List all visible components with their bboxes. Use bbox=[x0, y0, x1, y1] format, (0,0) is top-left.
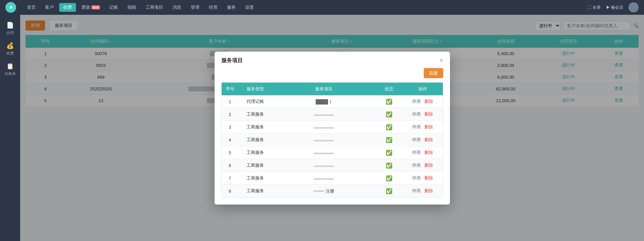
modal-cell-action: 停用 删除 bbox=[403, 95, 443, 108]
avatar[interactable] bbox=[629, 2, 639, 12]
stop-button[interactable]: 停用 bbox=[412, 137, 421, 142]
modal-cell-action: 停用 删除 bbox=[403, 159, 443, 172]
delete-button[interactable]: 删除 bbox=[424, 188, 433, 193]
modal-cell-type: 工商服务 bbox=[238, 172, 272, 185]
sidebar-item-reconcile-label: 对账单 bbox=[5, 71, 16, 76]
status-check-icon: ✅ bbox=[386, 162, 392, 168]
modal-cell-item bbox=[272, 108, 376, 121]
sidebar-item-fees[interactable]: 💰 收费 bbox=[1, 39, 19, 58]
stop-button[interactable]: 停用 bbox=[412, 188, 421, 193]
status-check-icon: ✅ bbox=[386, 175, 392, 181]
modal-table-row: 2 工商服务 ✅ 停用 删除 bbox=[222, 108, 443, 121]
modal-cell-type: 工商服务 bbox=[238, 133, 272, 146]
modal-cell-type: 工商服务 bbox=[238, 146, 272, 159]
modal-cell-status: ✅ bbox=[376, 185, 403, 197]
contract-icon: 📄 bbox=[6, 22, 14, 29]
modal-cell-type: 工商服务 bbox=[238, 108, 272, 121]
nav-item-ops[interactable]: 经营 bbox=[205, 3, 222, 12]
delete-button[interactable]: 删除 bbox=[424, 175, 433, 180]
delete-button[interactable]: 删除 bbox=[424, 124, 433, 129]
modal-cell-status: ✅ bbox=[376, 121, 403, 133]
delete-button[interactable]: 删除 bbox=[424, 150, 433, 155]
sidebar-item-contract[interactable]: 📄 合同 bbox=[1, 19, 19, 38]
modal-table-row: 5 工商服务 ✅ 停用 删除 bbox=[222, 146, 443, 159]
modal-table-row: 8 工商服务 注册 ✅ 停用 删除 bbox=[222, 185, 443, 197]
new-badge: new bbox=[91, 5, 100, 9]
modal-cell-item: ████ 1 bbox=[272, 95, 376, 108]
modal-cell-item bbox=[272, 159, 376, 172]
modal-th-type: 服务类型 bbox=[238, 82, 272, 95]
sidebar-item-contract-label: 合同 bbox=[6, 30, 14, 35]
nav-item-service[interactable]: 服务 bbox=[223, 3, 240, 12]
sidebar: 📄 合同 💰 收费 📋 对账单 bbox=[0, 15, 20, 241]
status-check-icon: ✅ bbox=[386, 111, 392, 117]
top-nav: ✦ 首页 客户 收费 票据 new 记账 报税 工商项目 消息 管理 bbox=[0, 0, 644, 15]
nav-item-settings[interactable]: 设置 bbox=[241, 3, 258, 12]
nav-right: ⛶ 全屏 ▶ 畅会员 bbox=[587, 2, 639, 12]
modal-cell-seq: 4 bbox=[222, 133, 238, 146]
nav-items: 首页 客户 收费 票据 new 记账 报税 工商项目 消息 管理 经营 bbox=[23, 3, 587, 12]
reconcile-icon: 📋 bbox=[6, 63, 14, 70]
modal-cell-item bbox=[272, 133, 376, 146]
modal-title: 服务项目 bbox=[221, 57, 243, 64]
stop-button[interactable]: 停用 bbox=[412, 124, 421, 129]
modal-cell-action: 停用 删除 bbox=[403, 146, 443, 159]
nav-item-client[interactable]: 客户 bbox=[41, 3, 58, 12]
modal-cell-item bbox=[272, 146, 376, 159]
sidebar-item-reconcile[interactable]: 📋 对账单 bbox=[1, 60, 19, 79]
modal-header-row: 序号 服务类型 服务项目 状态 操作 bbox=[222, 82, 443, 95]
status-check-icon: ✅ bbox=[386, 150, 392, 155]
modal-toolbar: 新建 bbox=[221, 68, 443, 78]
modal-cell-seq: 7 bbox=[222, 172, 238, 185]
modal-cell-seq: 5 bbox=[222, 146, 238, 159]
modal-new-button[interactable]: 新建 bbox=[424, 68, 443, 78]
modal-cell-action: 停用 删除 bbox=[403, 185, 443, 197]
modal-table-row: 7 工商服务 ✅ 停用 删除 bbox=[222, 172, 443, 185]
nav-item-message[interactable]: 消息 bbox=[168, 3, 185, 12]
modal-cell-action: 停用 删除 bbox=[403, 133, 443, 146]
main-layout: 📄 合同 💰 收费 📋 对账单 新增 服务项目 进行中 全部 已终止 🔍 bbox=[0, 15, 644, 241]
modal-cell-status: ✅ bbox=[376, 133, 403, 146]
delete-button[interactable]: 删除 bbox=[424, 137, 433, 142]
modal-table-wrapper: 序号 服务类型 服务项目 状态 操作 1 代理记账 ████ 1 ✅ 停用 删除 bbox=[221, 82, 443, 198]
stop-button[interactable]: 停用 bbox=[412, 150, 421, 155]
modal-table-row: 6 工商服务 ✅ 停用 删除 bbox=[222, 159, 443, 172]
status-check-icon: ✅ bbox=[386, 124, 392, 130]
status-check-icon: ✅ bbox=[386, 137, 392, 143]
stop-button[interactable]: 停用 bbox=[412, 163, 421, 168]
modal-close-button[interactable]: × bbox=[440, 57, 443, 64]
delete-button[interactable]: 删除 bbox=[424, 163, 433, 168]
modal-cell-type: 代理记账 bbox=[238, 95, 272, 108]
modal-body: 新建 序号 服务类型 服务项目 状态 操作 bbox=[215, 64, 450, 204]
modal-cell-item bbox=[272, 121, 376, 133]
modal-cell-status: ✅ bbox=[376, 172, 403, 185]
modal-header: 服务项目 × bbox=[215, 51, 450, 64]
modal-cell-type: 工商服务 bbox=[238, 159, 272, 172]
content-area: 新增 服务项目 进行中 全部 已终止 🔍 序号 合同编码 ↕ 客户名称 ↕ 服务… bbox=[20, 15, 644, 241]
fees-icon: 💰 bbox=[6, 42, 14, 49]
modal-table-row: 1 代理记账 ████ 1 ✅ 停用 删除 bbox=[222, 95, 443, 108]
nav-item-commerce[interactable]: 工商项目 bbox=[142, 3, 167, 12]
modal-th-action: 操作 bbox=[403, 82, 443, 95]
nav-item-tax[interactable]: 报税 bbox=[123, 3, 140, 12]
nav-item-invoice[interactable]: 票据 new bbox=[77, 3, 104, 12]
nav-item-manage[interactable]: 管理 bbox=[187, 3, 203, 12]
member-icon[interactable]: ▶ 畅会员 bbox=[606, 5, 623, 10]
stop-button[interactable]: 停用 bbox=[412, 175, 421, 180]
modal-cell-status: ✅ bbox=[376, 146, 403, 159]
modal-cell-status: ✅ bbox=[376, 95, 403, 108]
fullscreen-icon[interactable]: ⛶ 全屏 bbox=[587, 5, 600, 10]
modal-cell-type: 工商服务 bbox=[238, 121, 272, 133]
nav-item-account[interactable]: 记账 bbox=[105, 3, 122, 12]
stop-button[interactable]: 停用 bbox=[412, 99, 421, 104]
modal-cell-item: 注册 bbox=[272, 185, 376, 197]
nav-item-home[interactable]: 首页 bbox=[23, 3, 40, 12]
stop-button[interactable]: 停用 bbox=[412, 112, 421, 117]
modal-cell-status: ✅ bbox=[376, 159, 403, 172]
nav-item-fees[interactable]: 收费 bbox=[59, 3, 76, 12]
modal-cell-seq: 3 bbox=[222, 121, 238, 133]
delete-button[interactable]: 删除 bbox=[424, 99, 433, 104]
delete-button[interactable]: 删除 bbox=[424, 112, 433, 117]
modal-table-row: 4 工商服务 ✅ 停用 删除 bbox=[222, 133, 443, 146]
sidebar-item-fees-label: 收费 bbox=[6, 51, 14, 56]
